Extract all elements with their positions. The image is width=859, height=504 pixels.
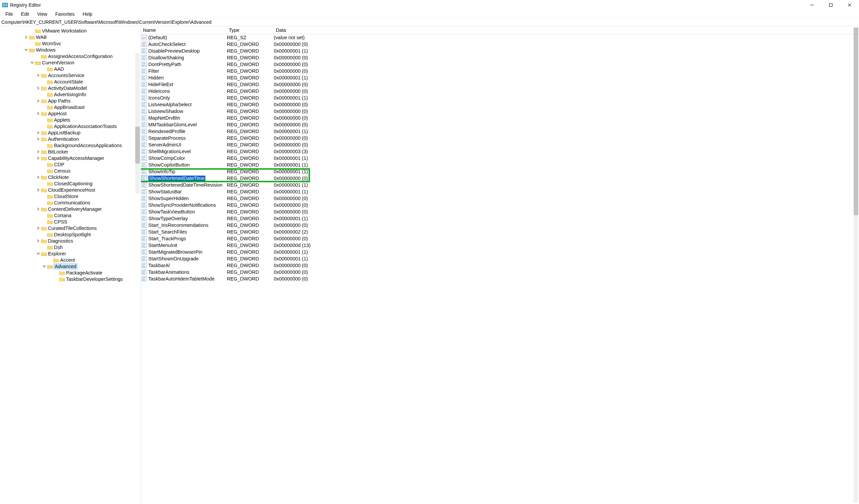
- menu-view[interactable]: View: [33, 11, 51, 17]
- value-row[interactable]: ShowSyncProviderNotificationsREG_DWORD0x…: [141, 202, 859, 208]
- value-row[interactable]: DisablePreviewDesktopREG_DWORD0x00000001…: [141, 48, 859, 54]
- tree-item[interactable]: Cortana: [0, 212, 140, 219]
- tree-item[interactable]: CPSS: [0, 219, 140, 225]
- tree-item[interactable]: CurrentVersion: [0, 59, 140, 66]
- tree-item[interactable]: Advanced: [0, 263, 140, 269]
- chevron-right-icon[interactable]: [36, 150, 40, 154]
- chevron-down-icon[interactable]: [36, 252, 40, 256]
- menu-favorites[interactable]: Favorites: [51, 11, 79, 17]
- tree-item[interactable]: CDP: [0, 161, 140, 168]
- minimize-button[interactable]: [803, 0, 822, 10]
- value-row[interactable]: DontPrettyPathREG_DWORD0x00000000 (0): [141, 61, 859, 68]
- chevron-right-icon[interactable]: [24, 35, 28, 39]
- tree-item[interactable]: PackageActivate: [0, 269, 140, 276]
- column-header-type[interactable]: Type: [227, 26, 274, 34]
- value-row[interactable]: ShowShortenedDateTimeREG_DWORD0x00000000…: [141, 175, 859, 182]
- value-row[interactable]: ListviewAlphaSelectREG_DWORD0x00000000 (…: [141, 101, 859, 108]
- value-row[interactable]: ShellMigrationLevelREG_DWORD0x00000003 (…: [141, 148, 859, 155]
- value-row[interactable]: HideFileExtREG_DWORD0x00000000 (0): [141, 81, 859, 88]
- chevron-right-icon[interactable]: [36, 86, 40, 90]
- value-row[interactable]: StartMenuInitREG_DWORD0x0000000d (13): [141, 242, 859, 249]
- value-row[interactable]: TaskbarAlREG_DWORD0x00000000 (0): [141, 262, 859, 269]
- tree-item[interactable]: CuratedTileCollections: [0, 225, 140, 231]
- tree-item[interactable]: Communications: [0, 200, 140, 206]
- tree-item[interactable]: Diagnostics: [0, 238, 140, 244]
- value-row[interactable]: ListviewShadowREG_DWORD0x00000000 (0): [141, 108, 859, 115]
- value-row[interactable]: AutoCheckSelectREG_DWORD0x00000000 (0): [141, 41, 859, 48]
- chevron-right-icon[interactable]: [36, 112, 40, 115]
- value-row[interactable]: IconsOnlyREG_DWORD0x00000001 (1): [141, 95, 859, 101]
- value-row[interactable]: Start_TrackProgsREG_DWORD0x00000000 (0): [141, 235, 859, 242]
- value-row[interactable]: DisallowShakingREG_DWORD0x00000000 (0): [141, 54, 859, 61]
- value-row[interactable]: SeparateProcessREG_DWORD0x00000000 (0): [141, 135, 859, 141]
- tree-item[interactable]: AccountState: [0, 78, 140, 85]
- menu-help[interactable]: Help: [78, 11, 96, 17]
- tree-item[interactable]: DesktopSpotlight: [0, 231, 140, 238]
- tree-item[interactable]: ActivityDataModel: [0, 85, 140, 91]
- tree-item[interactable]: Applets: [0, 116, 140, 123]
- tree-item[interactable]: ApplicationAssociationToasts: [0, 123, 140, 129]
- value-row[interactable]: ShowShortenedDateTimeRevisionREG_DWORD0x…: [141, 182, 859, 188]
- chevron-right-icon[interactable]: [36, 239, 40, 243]
- maximize-button[interactable]: [822, 0, 840, 10]
- value-row[interactable]: MapNetDrvBtnREG_DWORD0x00000000 (0): [141, 115, 859, 121]
- tree-item[interactable]: AdvertisingInfo: [0, 91, 140, 97]
- tree-item[interactable]: Authentication: [0, 136, 140, 142]
- chevron-right-icon[interactable]: [36, 207, 40, 211]
- tree-item[interactable]: BitLocker: [0, 148, 140, 155]
- address-bar[interactable]: Computer\HKEY_CURRENT_USER\Software\Micr…: [0, 18, 859, 26]
- tree-item[interactable]: AAD: [0, 66, 140, 72]
- chevron-right-icon[interactable]: [36, 188, 40, 192]
- tree-item[interactable]: WcmSvc: [0, 40, 140, 47]
- value-row[interactable]: ServerAdminUIREG_DWORD0x00000000 (0): [141, 141, 859, 148]
- chevron-down-icon[interactable]: [42, 264, 46, 268]
- value-row[interactable]: ReindexedProfileREG_DWORD0x00000001 (1): [141, 128, 859, 135]
- column-header-data[interactable]: Data: [274, 26, 859, 34]
- tree-item[interactable]: ClickNote: [0, 174, 140, 180]
- value-row[interactable]: ShowInfoTipREG_DWORD0x00000001 (1): [141, 168, 859, 175]
- chevron-down-icon[interactable]: [30, 61, 34, 65]
- value-row[interactable]: ShowTaskViewButtonREG_DWORD0x00000000 (0…: [141, 208, 859, 215]
- tree-item[interactable]: VMware Workstation: [0, 28, 140, 34]
- tree-item[interactable]: CapabilityAccessManager: [0, 155, 140, 161]
- chevron-right-icon[interactable]: [36, 99, 40, 103]
- tree-item[interactable]: ClosedCaptioning: [0, 180, 140, 187]
- value-row[interactable]: ShowTypeOverlayREG_DWORD0x00000001 (1): [141, 215, 859, 222]
- chevron-down-icon[interactable]: [24, 48, 28, 52]
- value-row[interactable]: ShowStatusBarREG_DWORD0x00000001 (1): [141, 188, 859, 195]
- tree-item[interactable]: Explorer: [0, 250, 140, 257]
- value-row[interactable]: StartMigratedBrowserPinREG_DWORD0x000000…: [141, 249, 859, 255]
- tree-item[interactable]: AppHost: [0, 110, 140, 116]
- tree-item[interactable]: AssignedAccessConfiguration: [0, 53, 140, 59]
- value-row[interactable]: ShowSuperHiddenREG_DWORD0x00000000 (0): [141, 195, 859, 202]
- chevron-right-icon[interactable]: [36, 226, 40, 230]
- tree-scrollbar-thumb[interactable]: [135, 127, 140, 163]
- list-scrollbar-thumb[interactable]: [854, 28, 858, 215]
- value-row[interactable]: Start_SearchFilesREG_DWORD0x00000002 (2): [141, 229, 859, 235]
- chevron-right-icon[interactable]: [36, 131, 40, 135]
- value-row[interactable]: TaskbarAutoHideInTabletModeREG_DWORD0x00…: [141, 275, 859, 282]
- value-row[interactable]: ShowCopilotButtonREG_DWORD0x00000001 (1): [141, 161, 859, 168]
- value-row[interactable]: ShowCompColorREG_DWORD0x00000001 (1): [141, 155, 859, 161]
- value-row[interactable]: (Default)REG_SZ(value not set): [141, 34, 859, 41]
- tree-item[interactable]: Accent: [0, 257, 140, 263]
- value-row[interactable]: MMTaskbarGlomLevelREG_DWORD0x00000000 (0…: [141, 121, 859, 128]
- value-row[interactable]: Start_IrisRecommendationsREG_DWORD0x0000…: [141, 222, 859, 229]
- tree-item[interactable]: AppBroadcast: [0, 104, 140, 110]
- tree-scrollbar-track[interactable]: [135, 53, 140, 194]
- tree-item[interactable]: WAB: [0, 34, 140, 40]
- tree-item[interactable]: Dsh: [0, 244, 140, 250]
- tree-item[interactable]: BackgroundAccessApplications: [0, 142, 140, 148]
- tree-item[interactable]: CloudStore: [0, 193, 140, 200]
- chevron-right-icon[interactable]: [36, 137, 40, 141]
- tree-item[interactable]: TaskbarDeveloperSettings: [0, 276, 140, 282]
- tree-item[interactable]: AccountsService: [0, 72, 140, 78]
- chevron-right-icon[interactable]: [36, 175, 40, 179]
- menu-edit[interactable]: Edit: [17, 11, 33, 17]
- tree-item[interactable]: Census: [0, 168, 140, 174]
- tree-item[interactable]: Windows: [0, 47, 140, 53]
- value-row[interactable]: HideIconsREG_DWORD0x00000000 (0): [141, 88, 859, 95]
- menu-file[interactable]: File: [1, 11, 17, 17]
- tree-item[interactable]: CloudExperienceHost: [0, 187, 140, 193]
- column-header-name[interactable]: Name: [141, 26, 227, 34]
